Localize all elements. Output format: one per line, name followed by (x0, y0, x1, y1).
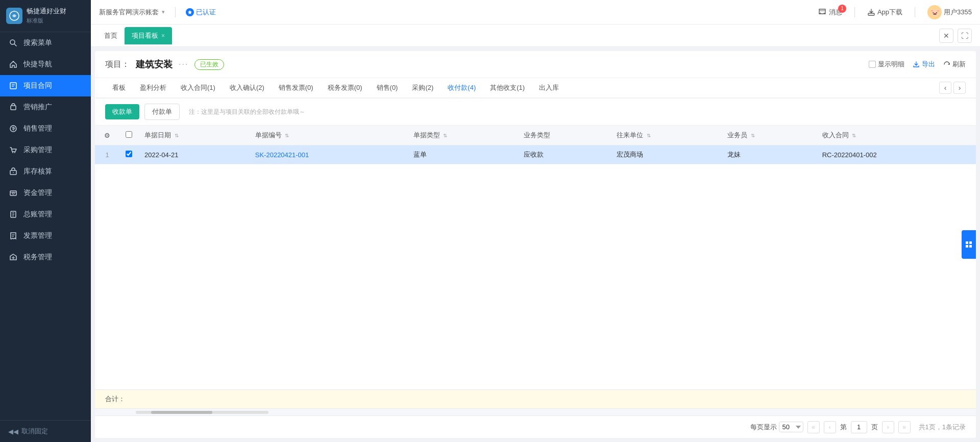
topbar-right: 消息 1 App下载 🐷 用户3355 (818, 5, 972, 19)
sidebar-item-project[interactable]: 项目合同 (0, 75, 91, 96)
sub-tab-revenue-confirm[interactable]: 收入确认(2) (223, 78, 272, 99)
message-button[interactable]: 消息 1 (818, 8, 842, 17)
col-contract[interactable]: 收入合同 ⇅ (816, 126, 976, 145)
scroll-track[interactable] (136, 411, 268, 414)
refresh-button[interactable]: 刷新 (943, 60, 966, 69)
project-icon (8, 81, 18, 91)
last-page-button[interactable]: » (898, 421, 911, 433)
sidebar-item-capital[interactable]: 资金管理 (0, 182, 91, 204)
sort-icon-partner: ⇅ (647, 133, 651, 138)
app-logo (6, 8, 22, 24)
svg-rect-3 (10, 83, 16, 89)
show-detail-checkbox[interactable]: 显示明细 (869, 60, 904, 69)
sub-tab-board[interactable]: 看板 (105, 78, 133, 99)
app-download-button[interactable]: App下载 (867, 8, 902, 17)
scroll-row (95, 408, 976, 415)
svg-point-8 (12, 152, 13, 153)
sub-tab-sales[interactable]: 销售(0) (370, 78, 405, 99)
sub-tab-tax-invoice[interactable]: 税务发票(0) (321, 78, 370, 99)
per-page-select[interactable]: 50 100 200 (779, 422, 803, 432)
sub-tab-purchase[interactable]: 采购(2) (405, 78, 440, 99)
next-page-button[interactable]: › (882, 421, 894, 433)
col-salesman[interactable]: 业务员 ⇅ (721, 126, 816, 145)
maximize-button[interactable]: ⛶ (958, 29, 972, 43)
app-edition: 标准版 (27, 17, 66, 24)
cancel-pin-button[interactable]: ◀◀ 取消固定 (0, 420, 91, 442)
payment-tab-button[interactable]: 付款单 (144, 104, 180, 120)
show-detail-label: 显示明细 (878, 60, 904, 69)
col-checkbox[interactable] (119, 126, 138, 145)
data-table-container: ⚙ 单据日期 ⇅ 单据编号 ⇅ (95, 126, 976, 389)
sidebar-item-label-inventory: 库存核算 (23, 167, 52, 176)
project-label: 项目： (105, 59, 130, 70)
sidebar-item-search[interactable]: 搜索菜单 (0, 32, 91, 54)
sub-tab-other-expense[interactable]: 其他收支(1) (483, 78, 532, 99)
sidebar-item-label-capital: 资金管理 (23, 188, 52, 198)
action-note: 注：这里是与项目关联的全部收付款单哦～ (189, 108, 305, 116)
row-biz-type: 应收款 (518, 145, 610, 164)
sub-tab-next[interactable]: › (953, 82, 966, 94)
sidebar-item-tax[interactable]: 税务管理 (0, 247, 91, 268)
receipt-tab-button[interactable]: 收款单 (105, 104, 139, 119)
sub-tab-sales-invoice[interactable]: 销售发票(0) (272, 78, 321, 99)
sidebar-item-label-ledger: 总账管理 (23, 210, 52, 219)
user-menu[interactable]: 🐷 用户3355 (927, 5, 972, 19)
message-badge: 1 (838, 5, 846, 13)
project-more-button[interactable]: ··· (179, 60, 188, 69)
row-number[interactable]: SK-20220421-001 (249, 145, 407, 164)
action-bar: 收款单 付款单 注：这里是与项目关联的全部收付款单哦～ (95, 99, 976, 126)
user-avatar: 🐷 (927, 5, 942, 19)
close-window-button[interactable]: ✕ (939, 29, 953, 43)
table-footer: 合计： (95, 389, 976, 408)
col-partner[interactable]: 往来单位 ⇅ (610, 126, 721, 145)
ledger-icon (8, 209, 18, 219)
tab-home[interactable]: 首页 (99, 28, 122, 43)
sub-tab-receipt[interactable]: 收付款(4) (440, 78, 483, 99)
scroll-thumb[interactable] (151, 411, 212, 414)
sub-tab-profit[interactable]: 盈利分析 (133, 78, 174, 99)
sidebar-item-marketing[interactable]: 营销推广 (0, 96, 91, 118)
table-row[interactable]: 1 2022-04-21 SK-20220421-001 蓝单 应收款 宏茂商场… (95, 145, 976, 164)
svg-point-9 (14, 152, 15, 153)
data-table: ⚙ 单据日期 ⇅ 单据编号 ⇅ (95, 126, 976, 164)
col-date[interactable]: 单据日期 ⇅ (138, 126, 249, 145)
page-input[interactable] (851, 421, 867, 433)
inventory-icon (8, 166, 18, 177)
sub-tab-revenue-contract[interactable]: 收入合同(1) (174, 78, 223, 99)
sidebar-item-invoice[interactable]: 发票管理 (0, 225, 91, 247)
tab-project-board[interactable]: 项目看板 × (125, 27, 172, 44)
sub-tab-inout[interactable]: 出入库 (532, 78, 566, 99)
sidebar-item-sales[interactable]: 销售管理 (0, 118, 91, 139)
row-contract: RC-20220401-002 (816, 145, 976, 164)
row-checkbox[interactable] (126, 151, 132, 157)
select-all-checkbox[interactable] (126, 131, 132, 138)
sidebar-item-ledger[interactable]: 总账管理 (0, 204, 91, 225)
col-type[interactable]: 单据类型 ⇅ (407, 126, 518, 145)
refresh-label: 刷新 (952, 60, 966, 69)
svg-rect-12 (10, 191, 16, 195)
tab-label-project-board: 项目看板 (132, 31, 158, 40)
col-number[interactable]: 单据编号 ⇅ (249, 126, 407, 145)
main-area: 新服务官网演示账套 ▾ 已认证 消息 1 App下载 🐷 用户3 (91, 0, 980, 442)
sidebar-item-shortcut[interactable]: 快捷导航 (0, 54, 91, 75)
sidebar-item-purchase[interactable]: 采购管理 (0, 139, 91, 161)
page-suffix: 页 (871, 423, 878, 432)
purchase-icon (8, 145, 18, 155)
sub-tab-prev[interactable]: ‹ (939, 82, 951, 94)
sub-tab-nav: ‹ › (939, 82, 966, 94)
prev-page-button[interactable]: ‹ (824, 421, 836, 433)
sidebar-item-label-invoice: 发票管理 (23, 231, 52, 240)
per-page-selector: 每页显示 50 100 200 (750, 422, 803, 432)
tab-close-icon[interactable]: × (161, 32, 165, 39)
col-settings[interactable]: ⚙ (95, 126, 119, 145)
export-button[interactable]: 导出 (913, 60, 935, 69)
pagination: 每页显示 50 100 200 « ‹ 第 页 › » 共1页，1条记录 (95, 415, 976, 438)
row-date: 2022-04-21 (138, 145, 249, 164)
first-page-button[interactable]: « (807, 421, 820, 433)
float-panel-button[interactable] (962, 230, 976, 259)
settings-icon: ⚙ (104, 132, 110, 139)
row-checkbox-cell[interactable] (119, 145, 138, 164)
project-selector[interactable]: 新服务官网演示账套 ▾ (99, 8, 165, 17)
sidebar-item-inventory[interactable]: 库存核算 (0, 161, 91, 182)
row-number-link[interactable]: SK-20220421-001 (255, 151, 309, 159)
